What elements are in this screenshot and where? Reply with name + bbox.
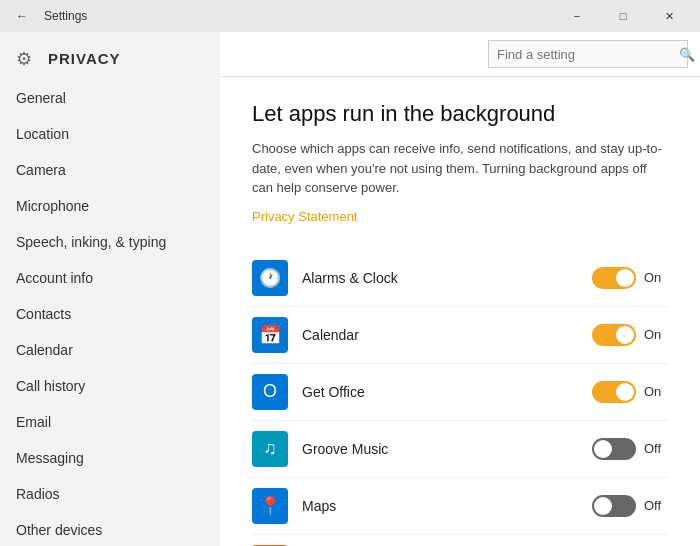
toggle-switch[interactable] <box>592 381 636 403</box>
sidebar-item[interactable]: Speech, inking, & typing <box>0 224 220 260</box>
toggle-label: Off <box>644 498 668 513</box>
sidebar-item[interactable]: Call history <box>0 368 220 404</box>
sidebar-item[interactable]: Microphone <box>0 188 220 224</box>
toggle-label: On <box>644 270 668 285</box>
sidebar-title: PRIVACY <box>48 50 121 67</box>
toggle-wrap: Off <box>592 438 668 460</box>
search-bar: 🔍 <box>220 32 700 77</box>
toggle-wrap: On <box>592 324 668 346</box>
sidebar-item[interactable]: Camera <box>0 152 220 188</box>
toggle-label: On <box>644 327 668 342</box>
page-title: Let apps run in the background <box>252 101 668 127</box>
gear-icon: ⚙ <box>16 48 36 68</box>
app-list: 🕐Alarms & ClockOn📅CalendarOnOGet OfficeO… <box>252 250 668 547</box>
privacy-statement-link[interactable]: Privacy Statement <box>252 209 358 224</box>
app-name: Groove Music <box>302 441 592 457</box>
toggle-switch[interactable] <box>592 267 636 289</box>
sidebar-item[interactable]: General <box>0 80 220 116</box>
minimize-button[interactable]: − <box>554 0 600 32</box>
sidebar-header: ⚙ PRIVACY <box>0 32 220 80</box>
sidebar: ⚙ PRIVACY GeneralLocationCameraMicrophon… <box>0 32 220 546</box>
app-row: eMicrosoft EdgeOn <box>252 535 668 547</box>
sidebar-item[interactable]: Email <box>0 404 220 440</box>
toggle-knob <box>594 440 612 458</box>
window-title: Settings <box>44 9 87 23</box>
toggle-knob <box>616 326 634 344</box>
app-body: ⚙ PRIVACY GeneralLocationCameraMicrophon… <box>0 32 700 546</box>
toggle-wrap: Off <box>592 495 668 517</box>
search-wrap: 🔍 <box>488 40 688 68</box>
main-content: 🔍 Let apps run in the background Choose … <box>220 32 700 546</box>
back-button[interactable]: ← <box>8 2 36 30</box>
close-button[interactable]: ✕ <box>646 0 692 32</box>
app-icon: 📅 <box>252 317 288 353</box>
app-row: 📍MapsOff <box>252 478 668 535</box>
app-name: Maps <box>302 498 592 514</box>
maximize-button[interactable]: □ <box>600 0 646 32</box>
sidebar-item[interactable]: Calendar <box>0 332 220 368</box>
toggle-wrap: On <box>592 267 668 289</box>
page-description: Choose which apps can receive info, send… <box>252 139 668 198</box>
sidebar-item[interactable]: Account info <box>0 260 220 296</box>
sidebar-item[interactable]: Location <box>0 116 220 152</box>
toggle-switch[interactable] <box>592 495 636 517</box>
toggle-switch[interactable] <box>592 438 636 460</box>
app-icon: ♫ <box>252 431 288 467</box>
window-controls: − □ ✕ <box>554 0 692 32</box>
toggle-knob <box>594 497 612 515</box>
sidebar-nav: GeneralLocationCameraMicrophoneSpeech, i… <box>0 80 220 546</box>
toggle-wrap: On <box>592 381 668 403</box>
toggle-label: On <box>644 384 668 399</box>
toggle-knob <box>616 383 634 401</box>
app-row: OGet OfficeOn <box>252 364 668 421</box>
sidebar-item[interactable]: Other devices <box>0 512 220 546</box>
app-row: 📅CalendarOn <box>252 307 668 364</box>
toggle-switch[interactable] <box>592 324 636 346</box>
content-area: Let apps run in the background Choose wh… <box>220 77 700 546</box>
app-row: ♫Groove MusicOff <box>252 421 668 478</box>
toggle-label: Off <box>644 441 668 456</box>
search-icon: 🔍 <box>673 47 700 62</box>
sidebar-item[interactable]: Radios <box>0 476 220 512</box>
app-icon: O <box>252 374 288 410</box>
toggle-knob <box>616 269 634 287</box>
title-bar: ← Settings − □ ✕ <box>0 0 700 32</box>
sidebar-item[interactable]: Contacts <box>0 296 220 332</box>
app-row: 🕐Alarms & ClockOn <box>252 250 668 307</box>
app-icon: 📍 <box>252 488 288 524</box>
sidebar-item[interactable]: Messaging <box>0 440 220 476</box>
app-name: Get Office <box>302 384 592 400</box>
search-input[interactable] <box>489 47 673 62</box>
app-icon: 🕐 <box>252 260 288 296</box>
app-name: Calendar <box>302 327 592 343</box>
app-name: Alarms & Clock <box>302 270 592 286</box>
